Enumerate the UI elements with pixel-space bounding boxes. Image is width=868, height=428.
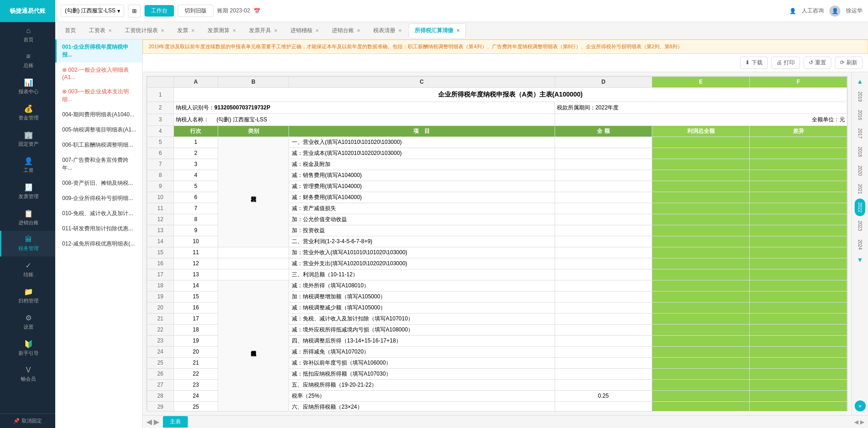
cell-xuhao[interactable]: 24 [174, 390, 218, 401]
cell-lirun[interactable] [652, 379, 750, 390]
cell-chay[interactable] [750, 324, 847, 335]
cell-chay[interactable] [750, 379, 847, 390]
cell-quane[interactable] [555, 148, 652, 159]
cell-lirun[interactable] [652, 335, 750, 346]
cell-quane[interactable] [555, 181, 652, 192]
company-selector[interactable]: (勾删) 江西服宝-LSS ▾ [61, 5, 124, 17]
sidebar-item-invoice_mgmt[interactable]: 🧾发票管理 [0, 178, 55, 205]
sidebar-item-capital[interactable]: 💰资金管理 [0, 100, 55, 126]
cell-lirun[interactable] [652, 137, 750, 148]
cell-chay[interactable] [750, 258, 847, 269]
cell-chay[interactable] [750, 170, 847, 181]
cell-xuhao[interactable]: 2 [174, 148, 218, 159]
tab-salary_stats[interactable]: 工资统计报表✕ [119, 23, 170, 38]
timeline-down-arrow[interactable]: ▼ [855, 254, 865, 265]
cell-xuhao[interactable]: 17 [174, 313, 218, 324]
cell-lirun[interactable] [652, 170, 750, 181]
sheet-tab-main[interactable]: 主表 [163, 416, 188, 428]
sheet-nav-right[interactable]: ▶ [154, 417, 159, 426]
cell-lirun[interactable] [652, 269, 750, 280]
sidebar-item-salary[interactable]: 👤工资 [0, 152, 55, 178]
cell-xuhao[interactable]: 22 [174, 368, 218, 379]
cell-xiangmu[interactable]: 减：营业成本(填写A102010\102020\103000) [289, 148, 555, 159]
cell-xuhao[interactable]: 12 [174, 258, 218, 269]
cell-xuhao[interactable]: 7 [174, 203, 218, 214]
sidebar-pin-toggle[interactable]: 📌 取消固定 [0, 413, 55, 428]
timeline-year-2022[interactable]: 2022 [855, 199, 865, 216]
tab-home[interactable]: 首页 [59, 23, 82, 38]
workbench-button[interactable]: 工作台 [145, 5, 174, 17]
cell-quane[interactable] [555, 368, 652, 379]
cell-quane[interactable] [555, 236, 652, 247]
timeline-expand-icon[interactable]: » [855, 400, 866, 411]
tab-close-salary_stats[interactable]: ✕ [161, 28, 164, 33]
cell-xuhao[interactable]: 9 [174, 225, 218, 236]
cell-chay[interactable] [750, 225, 847, 236]
tab-close-invoice[interactable]: ✕ [191, 28, 195, 33]
tab-close-tax_list[interactable]: ✕ [398, 28, 402, 33]
cell-xiangmu[interactable]: 减：境外应税所得抵减境内亏损（填写A108000） [289, 324, 555, 335]
cell-quane[interactable] [555, 247, 652, 258]
cell-chay[interactable] [750, 159, 847, 170]
cell-xiangmu[interactable]: 减：纳税调整减少额（填写A105000） [289, 302, 555, 313]
sheet-nav-left[interactable]: ◀ [146, 417, 152, 426]
cell-lirun[interactable] [652, 247, 750, 258]
cell-quane[interactable] [555, 357, 652, 368]
cell-xiangmu[interactable]: 减：抵扣应纳税所得额（填写A107030） [289, 368, 555, 379]
timeline-up-arrow[interactable]: ▲ [855, 76, 865, 87]
timeline-year-2023[interactable]: 2023 [855, 217, 865, 234]
list-item-012[interactable]: 012-减免所得税优惠明细表(... [55, 236, 142, 251]
cell-quane[interactable] [555, 346, 652, 357]
cell-chay[interactable] [750, 313, 847, 324]
tab-invoice[interactable]: 发票✕ [171, 23, 201, 38]
sidebar-item-purchase[interactable]: 📋进销台账 [0, 205, 55, 231]
cell-xuhao[interactable]: 5 [174, 181, 218, 192]
sidebar-item-close[interactable]: ✓结账 [0, 257, 55, 283]
sidebar-item-archive[interactable]: 📁归档管理 [0, 283, 55, 309]
cell-chay[interactable] [750, 247, 847, 258]
list-item-008[interactable]: 008-资产折旧、摊销及纳税... [55, 176, 142, 191]
cell-xiangmu[interactable]: 四、纳税调整后所得（13-14+15-16-17+18） [289, 335, 555, 346]
cell-xiangmu[interactable]: 六、应纳所得税额（23×24） [289, 401, 555, 411]
cell-xiangmu[interactable]: 减：营业外支出(填写A102010\102020\103000) [289, 258, 555, 269]
cell-lirun[interactable] [652, 401, 750, 411]
reset-button[interactable]: ↺ 重置 [804, 57, 831, 69]
cell-xiangmu[interactable]: 减：财务费用(填写A104000) [289, 192, 555, 203]
list-item-011[interactable]: 011-研发费用加计扣除优惠... [55, 221, 142, 236]
timeline-year-2018[interactable]: 2018 [855, 143, 865, 160]
sidebar-item-tax[interactable]: 🏛税务管理 [0, 231, 55, 257]
timeline-year-2020[interactable]: 2020 [855, 162, 865, 179]
cell-quane[interactable] [555, 269, 652, 280]
cell-lirun[interactable] [652, 291, 750, 302]
tab-salary[interactable]: 工资表✕ [83, 23, 118, 38]
cell-quane[interactable] [555, 335, 652, 346]
cell-xuhao[interactable]: 6 [174, 192, 218, 203]
sidebar-item-report[interactable]: 📊报表中心 [0, 74, 55, 100]
list-item-002[interactable]: 002-一般企业收入明细表(A1... [55, 63, 142, 84]
cell-xuhao[interactable]: 4 [174, 170, 218, 181]
switch-old-button[interactable]: 切到旧版 [178, 5, 214, 17]
cell-xiangmu[interactable]: 减：资产减值损失 [289, 203, 555, 214]
tab-close-invoice_open[interactable]: ✕ [274, 28, 278, 33]
user-service-label[interactable]: 人工咨询 [802, 7, 824, 15]
sidebar-item-home[interactable]: ⌂首页 [0, 22, 55, 48]
cell-xiangmu[interactable]: 一、营业收入(填写A101010\101020\103000) [289, 137, 555, 148]
refresh-button[interactable]: ⟳ 刷新 [835, 57, 862, 69]
cell-quane[interactable] [555, 225, 652, 236]
cell-xuhao[interactable]: 21 [174, 357, 218, 368]
cell-lirun[interactable] [652, 368, 750, 379]
cell-lirun[interactable] [652, 280, 750, 291]
cell-chay[interactable] [750, 368, 847, 379]
tab-close-purchase_check[interactable]: ✕ [315, 28, 319, 33]
sidebar-item-member[interactable]: V畅会员 [0, 361, 55, 387]
cell-quane[interactable] [555, 159, 652, 170]
cell-xuhao[interactable]: 13 [174, 269, 218, 280]
cell-xiangmu[interactable]: 减：管理费用(填写A104000) [289, 181, 555, 192]
cell-chay[interactable] [750, 346, 847, 357]
cell-xiangmu[interactable]: 加：投资收益 [289, 225, 555, 236]
cell-quane[interactable] [555, 214, 652, 225]
cell-xiangmu[interactable]: 减：所得减免（填写A107020） [289, 346, 555, 357]
tab-invoice_calc[interactable]: 发票测算✕ [202, 23, 242, 38]
sidebar-item-assets[interactable]: 🏢固定资产 [0, 126, 55, 152]
cell-xuhao[interactable]: 19 [174, 335, 218, 346]
